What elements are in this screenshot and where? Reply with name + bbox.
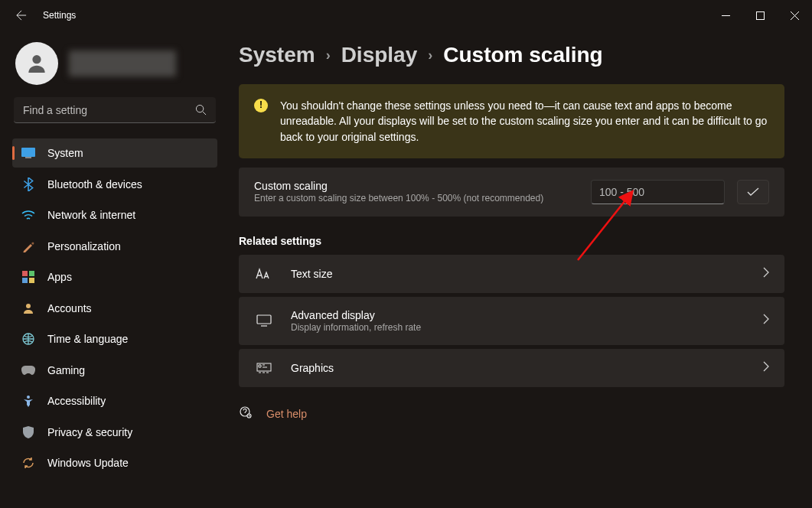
help-icon xyxy=(239,405,253,422)
custom-scaling-title: Custom scaling xyxy=(254,180,591,192)
personalization-icon xyxy=(21,239,35,253)
breadcrumb-display[interactable]: Display xyxy=(341,43,418,67)
page-title: Custom scaling xyxy=(443,43,602,67)
apps-icon xyxy=(21,270,35,284)
custom-scaling-desc: Enter a custom scaling size between 100%… xyxy=(254,193,591,204)
svg-rect-3 xyxy=(21,148,35,157)
sidebar-item-label: System xyxy=(47,147,83,159)
search-input[interactable] xyxy=(14,97,216,123)
maximize-button[interactable] xyxy=(743,0,778,31)
svg-rect-7 xyxy=(22,278,28,283)
text-size-title: Text size xyxy=(291,268,763,280)
svg-rect-4 xyxy=(25,157,31,158)
windows-update-icon xyxy=(21,456,35,470)
confirm-scaling-button[interactable] xyxy=(737,180,769,204)
sidebar-item-label: Time & language xyxy=(47,333,128,345)
sidebar-item-gaming[interactable]: Gaming xyxy=(12,356,217,385)
chevron-right-icon xyxy=(763,361,769,375)
sidebar-item-time-language[interactable]: Time & language xyxy=(12,324,217,353)
privacy-icon xyxy=(21,425,35,439)
sidebar-item-label: Gaming xyxy=(47,364,85,376)
sidebar-item-accounts[interactable]: Accounts xyxy=(12,294,217,323)
gaming-icon xyxy=(21,363,35,377)
svg-rect-0 xyxy=(757,11,765,19)
svg-point-9 xyxy=(26,304,31,308)
breadcrumb-system[interactable]: System xyxy=(239,43,315,67)
sidebar-item-accessibility[interactable]: Accessibility xyxy=(12,386,217,415)
get-help-row: Get help xyxy=(239,405,784,422)
check-icon xyxy=(747,187,759,197)
accessibility-icon xyxy=(21,394,35,408)
advanced-display-card[interactable]: Advanced display Display information, re… xyxy=(239,297,784,345)
sidebar-item-label: Windows Update xyxy=(47,457,129,469)
sidebar-item-bluetooth[interactable]: Bluetooth & devices xyxy=(12,170,217,199)
user-name-redacted xyxy=(69,50,176,77)
sidebar-item-label: Bluetooth & devices xyxy=(47,178,142,190)
chevron-right-icon: › xyxy=(428,47,432,64)
graphics-card[interactable]: Graphics xyxy=(239,349,784,387)
sidebar-item-label: Personalization xyxy=(47,240,121,252)
text-size-card[interactable]: Text size xyxy=(239,255,784,293)
advanced-display-title: Advanced display xyxy=(291,309,763,321)
sidebar-item-label: Accessibility xyxy=(47,395,106,407)
svg-rect-6 xyxy=(29,271,34,276)
chevron-right-icon: › xyxy=(326,47,331,64)
sidebar-item-label: Privacy & security xyxy=(47,426,132,438)
advanced-display-icon xyxy=(254,314,274,327)
network-icon xyxy=(21,208,35,222)
warning-icon: ! xyxy=(254,99,268,112)
get-help-link[interactable]: Get help xyxy=(266,408,307,420)
svg-point-2 xyxy=(196,105,203,112)
text-size-icon xyxy=(254,268,274,280)
back-button[interactable] xyxy=(15,9,28,21)
svg-point-1 xyxy=(32,55,41,64)
time-language-icon xyxy=(21,332,35,346)
svg-rect-12 xyxy=(257,315,271,324)
sidebar-item-label: Accounts xyxy=(47,302,92,314)
sidebar: System Bluetooth & devices Network & int… xyxy=(0,31,230,508)
custom-scaling-card: Custom scaling Enter a custom scaling si… xyxy=(239,168,784,217)
advanced-display-sub: Display information, refresh rate xyxy=(291,322,763,333)
chevron-right-icon xyxy=(763,314,769,327)
sidebar-item-network[interactable]: Network & internet xyxy=(12,200,217,230)
accounts-icon xyxy=(21,301,35,315)
user-account-row[interactable] xyxy=(12,42,217,85)
sidebar-item-apps[interactable]: Apps xyxy=(12,262,217,291)
window-title: Settings xyxy=(43,10,76,21)
main-content: System › Display › Custom scaling ! You … xyxy=(230,31,812,508)
bluetooth-icon xyxy=(21,177,35,191)
nav-list: System Bluetooth & devices Network & int… xyxy=(12,138,217,480)
chevron-right-icon xyxy=(763,267,769,281)
search-box[interactable] xyxy=(14,97,216,123)
sidebar-item-personalization[interactable]: Personalization xyxy=(12,232,217,261)
sidebar-item-label: Network & internet xyxy=(47,209,135,221)
graphics-title: Graphics xyxy=(291,362,763,374)
sidebar-item-label: Apps xyxy=(47,271,72,283)
titlebar: Settings xyxy=(0,0,812,31)
svg-rect-8 xyxy=(29,278,34,283)
related-settings-header: Related settings xyxy=(239,235,784,247)
sidebar-item-system[interactable]: System xyxy=(12,138,217,168)
svg-point-11 xyxy=(27,396,30,399)
warning-banner: ! You shouldn't change these settings un… xyxy=(239,84,784,158)
breadcrumb: System › Display › Custom scaling xyxy=(239,43,784,67)
custom-scaling-input[interactable] xyxy=(591,180,725,204)
system-icon xyxy=(21,146,35,160)
warning-text: You shouldn't change these settings unle… xyxy=(280,98,769,145)
close-button[interactable] xyxy=(778,0,812,31)
minimize-button[interactable] xyxy=(709,0,743,31)
search-icon xyxy=(195,104,207,119)
graphics-icon xyxy=(254,363,274,373)
avatar xyxy=(15,42,58,85)
sidebar-item-windows-update[interactable]: Windows Update xyxy=(12,448,217,477)
sidebar-item-privacy[interactable]: Privacy & security xyxy=(12,418,217,447)
svg-rect-5 xyxy=(22,271,28,276)
